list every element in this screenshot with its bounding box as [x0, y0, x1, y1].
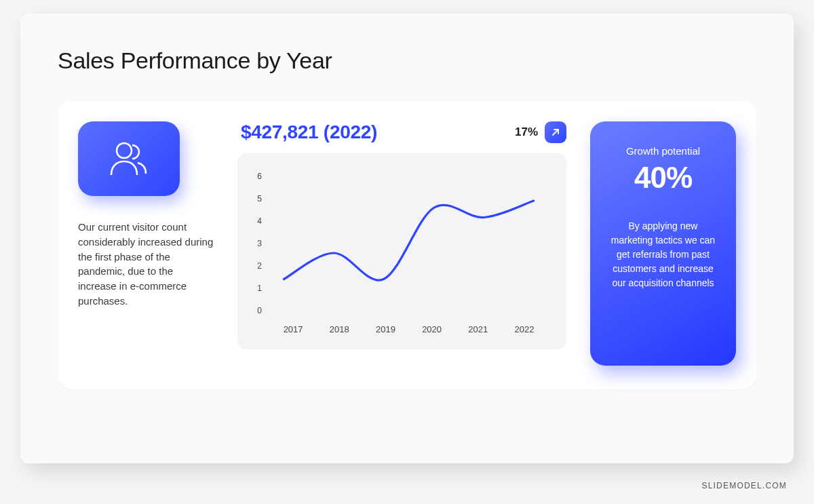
- page-title: Sales Performance by Year: [58, 47, 756, 74]
- slide-container: Sales Performance by Year Our current vi…: [20, 14, 794, 463]
- headline-pct-group: 17%: [515, 121, 566, 143]
- y-axis: 6543210: [252, 172, 262, 315]
- x-axis: 201720182019202020212022: [270, 324, 547, 334]
- chart-box: 6543210 201720182019202020212022: [237, 153, 566, 349]
- people-icon: [105, 138, 153, 179]
- y-tick: 3: [252, 239, 262, 248]
- y-tick: 1: [252, 284, 262, 292]
- content-card: Our current visitor count considerably i…: [58, 101, 756, 389]
- growth-label: Growth potential: [605, 145, 721, 157]
- pct-text: 17%: [515, 125, 538, 139]
- visitor-description: Our current visitor count considerably i…: [78, 220, 214, 309]
- growth-card: Growth potential 40% By applying new mar…: [590, 121, 736, 366]
- people-icon-tile: [78, 121, 180, 196]
- growth-description: By applying new marketing tactics we can…: [605, 219, 721, 290]
- line-chart: [270, 172, 547, 315]
- headline-row: $427,821 (2022) 17%: [237, 121, 566, 143]
- x-tick: 2020: [409, 324, 455, 334]
- x-tick: 2021: [455, 324, 501, 334]
- x-tick: 2018: [316, 324, 362, 334]
- growth-value: 40%: [605, 161, 721, 195]
- svg-point-0: [117, 143, 132, 158]
- plot-area: [270, 172, 547, 315]
- arrow-up-right-icon: [545, 121, 566, 143]
- y-tick: 6: [252, 172, 262, 180]
- footer-brand: SLIDEMODEL.COM: [702, 481, 788, 490]
- y-tick: 5: [252, 195, 262, 203]
- y-tick: 0: [252, 307, 262, 315]
- headline-value: $427,821 (2022): [241, 121, 377, 143]
- x-tick: 2019: [362, 324, 408, 334]
- left-column: Our current visitor count considerably i…: [78, 121, 214, 309]
- y-tick: 4: [252, 217, 262, 225]
- y-tick: 2: [252, 262, 262, 270]
- x-tick: 2022: [501, 324, 547, 334]
- center-column: $427,821 (2022) 17% 6543210: [237, 121, 566, 349]
- x-tick: 2017: [270, 324, 316, 334]
